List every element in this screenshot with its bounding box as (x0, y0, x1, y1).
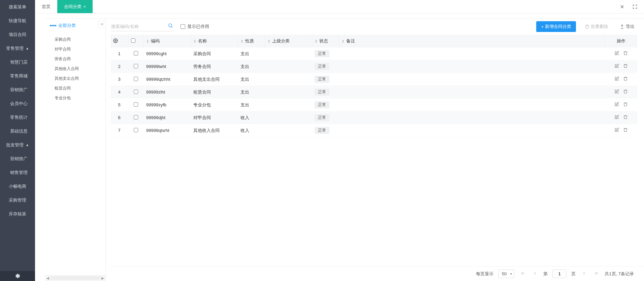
row-checkbox[interactable] (134, 77, 138, 81)
col-code[interactable]: ▲▼编码 (143, 35, 191, 47)
status-badge: 正常 (315, 114, 329, 121)
tree-item-2[interactable]: 劳务合同 (55, 54, 105, 64)
tree-item-3[interactable]: 其他收入合同 (55, 64, 105, 74)
sidebar-item-9[interactable]: 基础信息 (0, 124, 35, 138)
col-parent[interactable]: ▲▼上级分类 (265, 35, 312, 47)
page-input[interactable] (552, 270, 567, 278)
sidebar-item-14[interactable]: 采购管理 (0, 193, 35, 207)
batch-delete-button[interactable]: 批量删除 (582, 21, 611, 32)
search-input[interactable] (110, 22, 174, 31)
chevron-double-left-icon (100, 22, 104, 27)
cell-parent (265, 47, 312, 60)
tab-label: 合同分类 (64, 4, 82, 10)
sidebar-item-1[interactable]: 快捷导航 (0, 14, 35, 28)
sidebar-item-7[interactable]: 会员中心 (0, 97, 35, 110)
search-icon[interactable] (168, 23, 173, 28)
scroll-track[interactable] (51, 276, 100, 280)
edit-button[interactable] (614, 51, 619, 57)
cell-actions (605, 73, 637, 86)
edit-button[interactable] (614, 90, 619, 95)
sidebar-item-2[interactable]: 项目合同 (0, 28, 35, 41)
column-settings-header[interactable] (110, 35, 128, 47)
col-name[interactable]: ▲▼名称 (191, 35, 238, 47)
tree-item-5[interactable]: 租赁合同 (55, 83, 105, 93)
sidebar-settings[interactable] (0, 271, 35, 281)
tree-item-4[interactable]: 其他支出合同 (55, 74, 105, 83)
fullscreen-button[interactable] (631, 2, 639, 11)
tree-horizontal-scrollbar[interactable]: ◀ ▶ (45, 275, 105, 281)
last-page-button[interactable] (592, 270, 600, 278)
row-checkbox[interactable] (134, 51, 138, 56)
pager-summary: 共1页, 7条记录 (605, 271, 634, 277)
delete-button[interactable] (623, 115, 628, 120)
row-checkbox[interactable] (134, 102, 138, 107)
col-nature[interactable]: ▲▼性质 (238, 35, 265, 47)
scroll-right-icon[interactable]: ▶ (101, 276, 104, 280)
per-page-select[interactable]: 50 ▾ (498, 270, 514, 278)
sidebar-item-13[interactable]: 小畅电商 (0, 179, 35, 193)
sidebar-item-3[interactable]: 零售管理▲ (0, 41, 35, 55)
sidebar-item-15[interactable]: 库存核算 (0, 207, 35, 221)
sidebar-item-11[interactable]: 营销推广 (0, 152, 35, 166)
edit-button[interactable] (614, 103, 619, 108)
show-disabled-input[interactable] (181, 24, 185, 29)
close-icon[interactable]: × (84, 4, 86, 9)
delete-button[interactable] (623, 90, 628, 95)
tab-0[interactable]: 首页 (35, 0, 57, 13)
close-all-tabs-button[interactable] (618, 2, 626, 11)
row-checkbox[interactable] (134, 64, 138, 68)
delete-button[interactable] (623, 103, 628, 108)
collapse-tree-button[interactable] (98, 21, 106, 28)
delete-button[interactable] (623, 51, 628, 57)
edit-button[interactable] (614, 64, 619, 69)
export-button[interactable]: 导出 (617, 21, 637, 32)
table-row: 499999zlht租赁合同支出正常 (110, 86, 637, 99)
sidebar-item-0[interactable]: 搜索菜单 (0, 0, 35, 14)
cell-remark (339, 47, 605, 60)
sidebar-item-8[interactable]: 零售统计 (0, 110, 35, 124)
sidebar-item-12[interactable]: 销售管理 (0, 166, 35, 179)
tree-item-0[interactable]: 采购合同 (55, 35, 105, 44)
sidebar-item-4[interactable]: 智慧门店 (0, 55, 35, 69)
col-remark[interactable]: ▲▼备注 (339, 35, 605, 47)
col-status[interactable]: ▲▼状态 (312, 35, 339, 47)
delete-button[interactable] (623, 64, 628, 69)
cell-nature: 收入 (238, 124, 265, 137)
cell-actions (605, 99, 637, 111)
tree-root-label: 全部分类 (58, 23, 76, 29)
scroll-left-icon[interactable]: ◀ (46, 276, 49, 280)
edit-button[interactable] (614, 77, 619, 82)
tree-item-6[interactable]: 专业分包 (55, 93, 105, 103)
show-disabled-label: 显示已停用 (187, 24, 209, 30)
sidebar-item-10[interactable]: 批发管理▲ (0, 138, 35, 152)
delete-button[interactable] (623, 128, 628, 133)
edit-button[interactable] (614, 115, 619, 120)
prev-page-button[interactable] (531, 270, 539, 278)
col-action: 操作 (605, 35, 637, 47)
select-all-header[interactable] (128, 35, 143, 47)
tree-root[interactable]: 全部分类 (45, 20, 105, 31)
tree-item-1[interactable]: 对甲合同 (55, 44, 105, 54)
cell-code: 99999djht (143, 111, 191, 124)
sidebar-item-6[interactable]: 营销推广 (0, 83, 35, 97)
status-badge: 正常 (315, 127, 329, 134)
row-index: 1 (110, 47, 128, 60)
first-page-button[interactable] (519, 270, 526, 278)
cell-remark (339, 60, 605, 73)
tab-1[interactable]: 合同分类× (57, 0, 93, 13)
edit-button[interactable] (614, 128, 619, 133)
row-checkbox[interactable] (134, 90, 138, 94)
cell-nature: 支出 (238, 99, 265, 111)
next-page-button[interactable] (580, 270, 588, 278)
show-disabled-checkbox[interactable]: 显示已停用 (181, 24, 209, 30)
cell-nature: 支出 (238, 73, 265, 86)
row-checkbox[interactable] (134, 115, 138, 119)
sidebar-item-5[interactable]: 零售商城 (0, 69, 35, 83)
cell-code: 99999zlht (143, 86, 191, 99)
delete-button[interactable] (623, 77, 628, 82)
cell-parent (265, 124, 312, 137)
row-checkbox[interactable] (134, 128, 138, 132)
add-category-button[interactable]: + 新增合同分类 (536, 21, 576, 32)
cell-status: 正常 (312, 124, 339, 137)
select-all-checkbox[interactable] (131, 38, 135, 43)
